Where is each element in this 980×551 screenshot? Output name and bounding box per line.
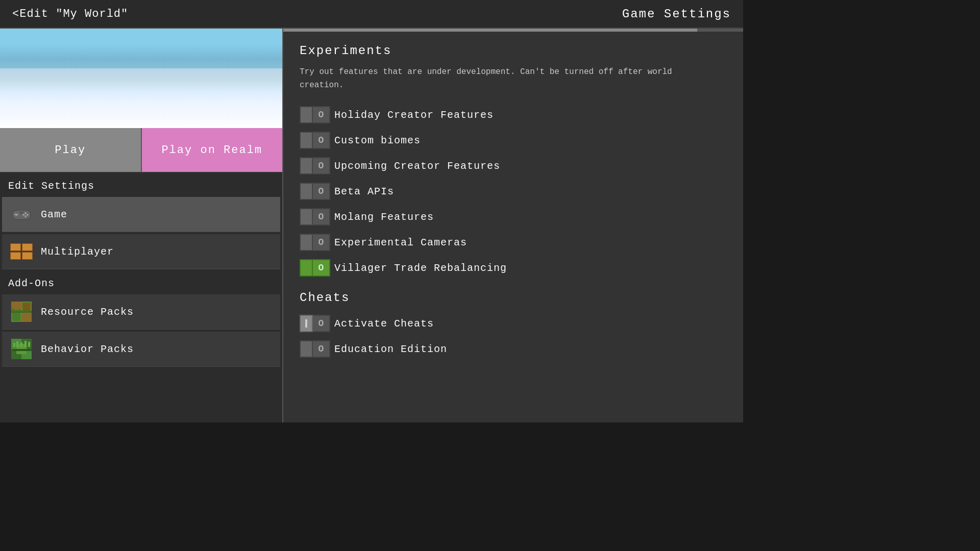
svg-rect-17 — [22, 309, 24, 312]
toggle-molang-switch[interactable]: O — [300, 208, 330, 226]
edit-settings-label: Edit Settings — [0, 173, 282, 196]
holiday-creator-label: Holiday Creator Features — [334, 109, 494, 121]
upcoming-creator-label: Upcoming Creator Features — [334, 160, 500, 172]
toggle-o-indicator: O — [318, 161, 324, 171]
toggle-right-part: O — [313, 183, 330, 200]
play-button[interactable]: Play — [0, 128, 142, 173]
toggle-beta-apis[interactable]: O Beta APIs — [300, 181, 727, 202]
toggle-left-part — [300, 208, 313, 226]
toggle-o-on-indicator: O — [318, 263, 324, 273]
cheats-title: Cheats — [300, 291, 727, 305]
svg-rect-10 — [21, 312, 32, 322]
sidebar-item-resource-packs[interactable]: Resource Packs — [2, 294, 280, 330]
content-inner: Experiments Try out features that are un… — [283, 32, 743, 376]
toggle-activate-cheats[interactable]: O Activate Cheats — [300, 313, 727, 334]
toggle-left-part — [300, 183, 313, 200]
toggle-o-indicator: O — [318, 318, 324, 329]
toggle-left-part — [300, 106, 313, 123]
toggle-left-on — [300, 259, 313, 277]
svg-rect-14 — [12, 309, 14, 312]
svg-rect-15 — [15, 310, 17, 312]
svg-point-6 — [24, 215, 27, 217]
molang-label: Molang Features — [334, 211, 434, 223]
svg-rect-16 — [18, 309, 20, 312]
toggle-cheats-switch[interactable]: O — [300, 315, 330, 332]
toggle-o-indicator: O — [318, 110, 324, 120]
svg-rect-7 — [19, 212, 23, 214]
toggle-holiday-creator[interactable]: O Holiday Creator Features — [300, 104, 727, 126]
toggle-right-on: O — [313, 259, 330, 277]
svg-rect-2 — [14, 214, 18, 215]
toggle-education-edition[interactable]: O Education Edition — [300, 338, 727, 360]
toggle-custom-biomes-switch[interactable]: O — [300, 132, 330, 149]
addons-label: Add-Ons — [0, 270, 282, 293]
svg-rect-25 — [16, 341, 18, 347]
toggle-right-part: O — [313, 106, 330, 123]
toggle-beta-apis-switch[interactable]: O — [300, 183, 330, 200]
resource-packs-label: Resource Packs — [41, 306, 134, 318]
header: Edit "My World" Game Settings — [0, 0, 743, 29]
toggle-o-indicator: O — [318, 212, 324, 222]
sidebar-item-behavior-packs[interactable]: Behavior Packs — [2, 332, 280, 367]
resource-pack-icon — [10, 300, 33, 323]
multiplayer-icon — [10, 240, 33, 263]
svg-rect-24 — [13, 343, 15, 347]
toggle-holiday-switch[interactable]: O — [300, 106, 330, 123]
toggle-left-part — [300, 157, 313, 174]
toggle-right-part: O — [313, 234, 330, 251]
toggle-o-indicator: O — [318, 135, 324, 145]
page-title: Game Settings — [622, 7, 731, 21]
svg-point-4 — [27, 214, 29, 216]
behavior-packs-label: Behavior Packs — [41, 343, 134, 355]
scroll-bar — [283, 29, 697, 32]
game-label: Game — [41, 209, 67, 220]
custom-biomes-label: Custom biomes — [334, 135, 421, 146]
experiments-description: Try out features that are under developm… — [300, 66, 718, 92]
toggle-exp-cameras-switch[interactable]: O — [300, 234, 330, 251]
toggle-villager-trade[interactable]: O Villager Trade Rebalancing — [300, 257, 727, 279]
cheats-section: Cheats O Activate Cheats — [300, 291, 727, 360]
education-edition-label: Education Edition — [334, 343, 447, 355]
toggle-education-switch[interactable]: O — [300, 340, 330, 358]
beta-apis-label: Beta APIs — [334, 186, 394, 197]
toggle-o-indicator: O — [318, 237, 324, 247]
experimental-cameras-label: Experimental Cameras — [334, 237, 467, 248]
cheats-toggle-right: O — [313, 315, 330, 332]
sidebar-item-game[interactable]: Game — [2, 197, 280, 232]
svg-rect-18 — [27, 310, 28, 312]
controller-icon — [10, 203, 33, 226]
toggle-right-part: O — [313, 340, 330, 358]
villager-trade-label: Villager Trade Rebalancing — [334, 262, 507, 274]
toggle-right-part: O — [313, 157, 330, 174]
svg-point-5 — [22, 214, 24, 216]
play-buttons: Play Play on Realm — [0, 128, 282, 173]
svg-rect-23 — [12, 349, 32, 351]
behavior-pack-icon — [10, 338, 33, 360]
scroll-indicator — [283, 29, 743, 32]
content-area[interactable]: Experiments Try out features that are un… — [283, 29, 743, 422]
activate-cheats-label: Activate Cheats — [334, 318, 434, 330]
svg-rect-26 — [20, 342, 22, 347]
main-layout: Play Play on Realm Edit Settings Game — [0, 29, 743, 422]
toggle-molang[interactable]: O Molang Features — [300, 206, 727, 228]
toggle-custom-biomes[interactable]: O Custom biomes — [300, 130, 727, 151]
toggle-o-indicator: O — [318, 186, 324, 196]
toggle-villager-switch[interactable]: O — [300, 259, 330, 277]
play-on-realm-button[interactable]: Play on Realm — [142, 128, 283, 173]
svg-point-3 — [24, 212, 27, 214]
svg-rect-27 — [24, 341, 27, 347]
svg-rect-28 — [28, 342, 30, 347]
cheats-toggle-left — [300, 315, 313, 332]
experiments-title: Experiments — [300, 44, 727, 58]
preview-snow — [0, 68, 282, 128]
toggle-left-part — [300, 234, 313, 251]
toggle-upcoming-creator[interactable]: O Upcoming Creator Features — [300, 155, 727, 177]
back-button[interactable]: Edit "My World" — [12, 8, 128, 20]
svg-rect-11 — [12, 313, 20, 321]
toggle-experimental-cameras[interactable]: O Experimental Cameras — [300, 232, 727, 253]
sidebar: Play Play on Realm Edit Settings Game — [0, 29, 283, 422]
toggle-right-part: O — [313, 132, 330, 149]
sidebar-item-multiplayer[interactable]: Multiplayer — [2, 234, 280, 269]
toggle-left-part — [300, 132, 313, 149]
toggle-upcoming-switch[interactable]: O — [300, 157, 330, 174]
